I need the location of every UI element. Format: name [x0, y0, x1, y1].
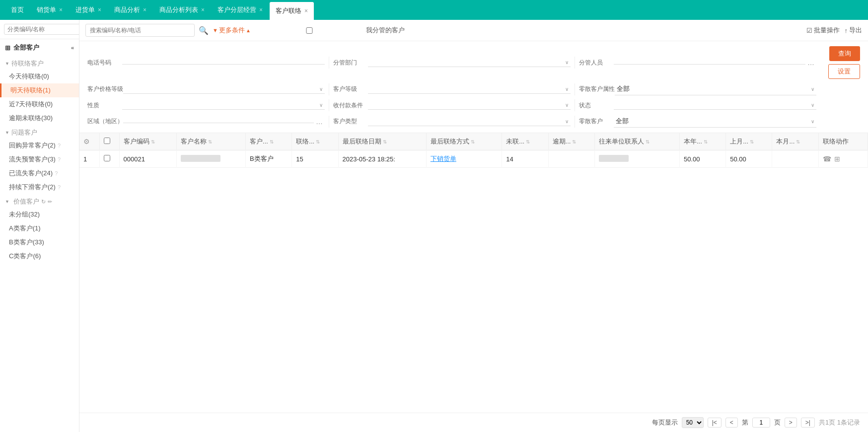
sidebar-all-customers[interactable]: ⊞ 全部客户 « — [0, 39, 79, 56]
sidebar-item-7days[interactable]: 近7天待联络(0) — [0, 97, 79, 111]
nav-goods-analysis-list[interactable]: 商品分析列表 × — [153, 0, 211, 20]
filter-nature-select[interactable]: ∨ — [122, 101, 325, 110]
th-unit-contact[interactable]: 往来单位联系人⇅ — [594, 133, 679, 150]
th-type[interactable]: 客户...⇅ — [246, 133, 292, 150]
help-icon-churned[interactable]: ? — [55, 170, 58, 176]
cell-this-month — [772, 150, 818, 168]
nav-sales-close[interactable]: × — [59, 6, 63, 13]
content-area: 🔍 ▼ 更多条件 ▲ 我分管的客户 ☑ 批量操作 ↑ 导出 — [79, 20, 868, 432]
next-page-button[interactable]: > — [785, 418, 797, 428]
th-contact[interactable]: 联络...⇅ — [292, 133, 338, 150]
prev-page-button[interactable]: < — [725, 418, 738, 428]
nav-goods-analysis-close[interactable]: × — [143, 6, 146, 13]
filter-customer-type: 客户类型 ∨ — [333, 117, 571, 126]
table-row: 1 000021 B类客户 15 2023-05-23 18:25: 下销货单 … — [79, 150, 868, 168]
adv-filter-actions: 查询 设置 — [828, 46, 860, 79]
filter-price-select[interactable]: ∨ — [123, 85, 325, 94]
th-name[interactable]: 客户名称⇅ — [176, 133, 246, 150]
sidebar-item-class-a[interactable]: A类客户(1) — [0, 221, 79, 235]
per-page-label: 每页显示 — [652, 418, 678, 427]
export-button[interactable]: ↑ 导出 — [845, 26, 863, 35]
search-input[interactable] — [85, 24, 195, 37]
row-checkbox[interactable] — [104, 155, 110, 161]
th-last-month[interactable]: 上月...⇅ — [726, 133, 772, 150]
th-overdue[interactable]: 逾期...⇅ — [548, 133, 594, 150]
nav-home[interactable]: 首页 — [5, 0, 30, 20]
page-input[interactable] — [752, 418, 770, 428]
nav-customer-tier-close[interactable]: × — [259, 6, 263, 13]
settings-icon[interactable]: ⚙ — [83, 138, 90, 145]
filter-dept-select[interactable]: ∨ — [368, 58, 571, 67]
sidebar-item-tomorrow[interactable]: 明天待联络(1) — [0, 83, 79, 97]
filter-retail-select[interactable]: 全部∨ — [614, 115, 816, 128]
manager-ellipsis[interactable]: … — [805, 59, 816, 67]
batch-op-button[interactable]: ☑ 批量操作 — [806, 26, 840, 35]
nav-customer-contact-close[interactable]: × — [304, 7, 308, 14]
adv-filter-row-1: 电话号码 分管部门 ∨ 分管人员 … 查询 — [87, 46, 860, 79]
sidebar-item-churn-warning[interactable]: 流失预警客户(3) ? — [0, 152, 79, 166]
collapse-icon[interactable]: « — [71, 45, 74, 51]
region-ellipsis[interactable]: … — [314, 118, 325, 126]
help-icon-declining[interactable]: ? — [58, 184, 61, 190]
set-button[interactable]: 设置 — [828, 64, 860, 79]
filter-type-select[interactable]: ∨ — [368, 117, 571, 126]
th-code[interactable]: 客户编码⇅ — [119, 133, 176, 150]
filter-manager: 分管人员 … — [579, 59, 816, 67]
help-icon-repurchase[interactable]: ? — [58, 143, 61, 148]
th-settings[interactable]: ⚙ — [79, 133, 99, 150]
nav-customer-tier[interactable]: 客户分层经营 × — [212, 0, 269, 20]
help-icon-churn-warning[interactable]: ? — [58, 156, 61, 162]
filter-status-select[interactable]: ∨ — [614, 101, 816, 110]
first-page-button[interactable]: |< — [708, 418, 722, 428]
divider-1 — [329, 57, 329, 69]
qr-icon[interactable]: ⊞ — [834, 155, 840, 163]
sort-last-date: ⇅ — [383, 139, 387, 144]
nav-goods-analysis-list-close[interactable]: × — [201, 6, 205, 13]
contact-icon[interactable]: ☎ — [823, 155, 831, 163]
cell-last-method[interactable]: 下销货单 — [426, 150, 502, 168]
divider-7 — [329, 116, 329, 128]
sidebar-item-class-c[interactable]: C类客户(6) — [0, 249, 79, 263]
table-container: ⚙ 客户编码⇅ 客户名称⇅ 客户...⇅ — [79, 133, 868, 413]
sidebar-item-class-b[interactable]: B类客户(33) — [0, 235, 79, 249]
sidebar-item-ungrouped[interactable]: 未分组(32) — [0, 208, 79, 221]
table-footer: 每页显示 50 |< < 第 页 > >| 共1页 1条记录 — [79, 413, 868, 432]
page-size-select[interactable]: 50 — [682, 417, 704, 428]
select-all-checkbox[interactable] — [104, 138, 110, 144]
check-icon: ☑ — [806, 27, 812, 34]
sidebar-item-declining[interactable]: 持续下滑客户(2) ? — [0, 180, 79, 194]
sidebar-item-overdue[interactable]: 逾期未联络(30) — [0, 111, 79, 125]
filter-dept: 分管部门 ∨ — [333, 58, 571, 67]
filter-retail-attr-select[interactable]: 全部∨ — [615, 83, 816, 95]
value-group-edit[interactable]: ✏ — [48, 199, 52, 205]
th-uncontact[interactable]: 未联...⇅ — [502, 133, 548, 150]
th-this-month[interactable]: 本月...⇅ — [772, 133, 818, 150]
sort-unit-contact: ⇅ — [646, 139, 650, 144]
last-page-button[interactable]: >| — [801, 418, 815, 428]
value-group-refresh[interactable]: ↻ — [41, 199, 46, 205]
sidebar-item-churned[interactable]: 已流失客户(24) ? — [0, 166, 79, 180]
filter-nature: 性质 ∨ — [87, 101, 325, 110]
sidebar-search-input[interactable] — [4, 24, 79, 35]
sidebar-item-repurchase[interactable]: 回购异常客户(2) ? — [0, 139, 79, 152]
nav-goods-analysis[interactable]: 商品分析 × — [108, 0, 152, 20]
nav-purchase-close[interactable]: × — [98, 6, 101, 13]
cell-overdue — [548, 150, 594, 168]
th-last-method[interactable]: 最后联络方式⇅ — [426, 133, 502, 150]
filter-level-select[interactable]: ∨ — [368, 85, 571, 94]
filter-payment-select[interactable]: ∨ — [368, 101, 571, 110]
sidebar-item-today[interactable]: 今天待联络(0) — [0, 70, 79, 83]
nav-purchase[interactable]: 进货单 × — [70, 0, 107, 20]
my-customer-checkbox-label[interactable]: 我分管的客户 — [255, 26, 405, 35]
th-checkbox[interactable] — [99, 133, 119, 150]
search-button[interactable]: 🔍 — [199, 26, 209, 35]
my-customer-checkbox[interactable] — [255, 27, 364, 34]
nav-sales[interactable]: 销货单 × — [31, 0, 69, 20]
pending-group-label: 待联络客户 — [0, 56, 79, 70]
th-last-date[interactable]: 最后联络日期⇅ — [338, 133, 426, 150]
cell-checkbox[interactable] — [99, 150, 119, 168]
more-filter-button[interactable]: ▼ 更多条件 ▲ — [213, 26, 251, 35]
th-this-year[interactable]: 本年...⇅ — [679, 133, 725, 150]
nav-customer-contact[interactable]: 客户联络 × — [270, 2, 314, 20]
query-button[interactable]: 查询 — [829, 46, 860, 61]
